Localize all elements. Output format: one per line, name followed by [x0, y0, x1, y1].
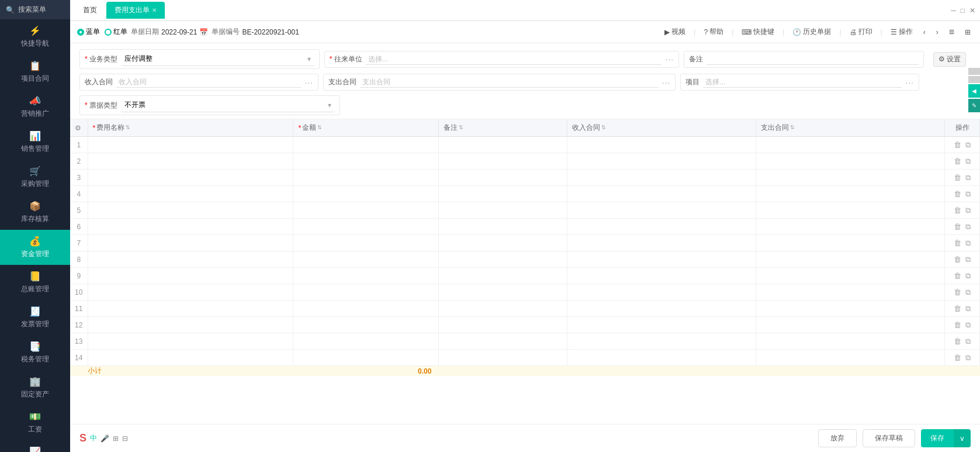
- calendar-icon[interactable]: 📅: [199, 28, 208, 36]
- save-main-button[interactable]: 保存: [921, 429, 954, 447]
- attach-btn[interactable]: 附件: [968, 68, 980, 75]
- row-copy-btn[interactable]: ⧉: [964, 188, 972, 199]
- row-remark[interactable]: [438, 251, 567, 268]
- row-expense-contract[interactable]: [756, 268, 944, 284]
- date-value[interactable]: 2022-09-21: [161, 28, 197, 36]
- row-expense-name[interactable]: [88, 219, 293, 235]
- row-remark[interactable]: [438, 186, 567, 202]
- row-expense-name[interactable]: [88, 333, 293, 350]
- row-amount[interactable]: [293, 219, 439, 235]
- row-remark[interactable]: [438, 350, 567, 366]
- income-contract-input[interactable]: [116, 77, 301, 88]
- row-income-contract[interactable]: [567, 284, 756, 301]
- tab-home[interactable]: 首页: [75, 2, 105, 19]
- row-expense-contract[interactable]: [756, 170, 944, 186]
- row-delete-btn[interactable]: 🗑: [953, 156, 962, 167]
- row-remark[interactable]: [438, 170, 567, 186]
- sidebar-item-quick-nav[interactable]: ⚡ 快捷导航: [0, 19, 70, 54]
- set-button[interactable]: ⚙ 设置: [933, 52, 966, 67]
- row-expense-name[interactable]: [88, 284, 293, 301]
- row-amount[interactable]: [293, 186, 439, 202]
- row-expense-name[interactable]: [88, 235, 293, 251]
- row-expense-name[interactable]: [88, 153, 293, 170]
- row-amount[interactable]: [293, 268, 439, 284]
- row-remark[interactable]: [438, 317, 567, 333]
- operation-btn[interactable]: ☰ 操作: [888, 26, 915, 38]
- business-type-select[interactable]: 应付调整 ▾: [121, 52, 314, 66]
- row-remark[interactable]: [438, 202, 567, 219]
- row-income-contract[interactable]: [567, 153, 756, 170]
- history-btn[interactable]: 🕐 历史单据: [790, 26, 833, 38]
- row-income-contract[interactable]: [567, 170, 756, 186]
- sidebar-item-marketing[interactable]: 📣 营销推广: [0, 89, 70, 125]
- row-amount[interactable]: [293, 170, 439, 186]
- remark-input[interactable]: [707, 54, 919, 65]
- row-expense-contract[interactable]: [756, 202, 944, 219]
- row-remark[interactable]: [438, 284, 567, 301]
- row-delete-btn[interactable]: 🗑: [953, 237, 962, 249]
- row-copy-btn[interactable]: ⧉: [964, 205, 972, 216]
- row-income-contract[interactable]: [567, 235, 756, 251]
- row-delete-btn[interactable]: 🗑: [953, 205, 962, 216]
- row-copy-btn[interactable]: ⧉: [964, 336, 972, 347]
- row-expense-name[interactable]: [88, 268, 293, 284]
- row-amount[interactable]: [293, 235, 439, 251]
- partner-input[interactable]: [366, 54, 662, 65]
- row-expense-contract[interactable]: [756, 333, 944, 350]
- row-delete-btn[interactable]: 🗑: [953, 254, 962, 265]
- nav-next-btn[interactable]: ›: [934, 27, 941, 37]
- sidebar-item-project-contract[interactable]: 📋 项目合同: [0, 54, 70, 89]
- row-remark[interactable]: [438, 235, 567, 251]
- partner-dots[interactable]: ···: [665, 54, 674, 64]
- save-draft-button[interactable]: 保存草稿: [863, 429, 915, 447]
- view-grid-btn[interactable]: ⊞: [962, 27, 973, 37]
- row-remark[interactable]: [438, 333, 567, 350]
- video-btn[interactable]: ▶ 视频: [662, 26, 688, 38]
- row-delete-btn[interactable]: 🗑: [953, 270, 962, 281]
- row-copy-btn[interactable]: ⧉: [964, 254, 972, 265]
- sort-arrows-remark[interactable]: ⇅: [459, 125, 463, 130]
- row-income-contract[interactable]: [567, 186, 756, 202]
- window-max-btn[interactable]: □: [961, 6, 965, 15]
- sidebar-item-operation[interactable]: 📈 经营管理: [0, 440, 70, 452]
- sort-arrows-income[interactable]: ⇅: [601, 125, 606, 130]
- row-remark[interactable]: [438, 301, 567, 317]
- sidebar-item-sales[interactable]: 📊 销售管理: [0, 125, 70, 160]
- row-amount[interactable]: [293, 350, 439, 366]
- sidebar-item-fixed-assets[interactable]: 🏢 固定资产: [0, 370, 70, 405]
- project-dots[interactable]: ···: [905, 78, 914, 87]
- sidebar-item-accounting[interactable]: 📒 总账管理: [0, 265, 70, 300]
- row-expense-name[interactable]: [88, 251, 293, 268]
- sort-arrows-expense-contract[interactable]: ⇅: [790, 125, 795, 130]
- sidebar-item-capital[interactable]: 💰 资金管理: [0, 230, 70, 265]
- sidebar-item-tax[interactable]: 📑 税务管理: [0, 335, 70, 370]
- row-remark[interactable]: [438, 137, 567, 153]
- expense-contract-input[interactable]: [360, 77, 659, 88]
- row-income-contract[interactable]: [567, 268, 756, 284]
- green-action-btn[interactable]: ◀: [968, 84, 980, 98]
- view-list-btn[interactable]: ≡: [947, 26, 957, 39]
- row-delete-btn[interactable]: 🗑: [953, 352, 962, 363]
- row-copy-btn[interactable]: ⧉: [964, 221, 972, 232]
- row-expense-contract[interactable]: [756, 317, 944, 333]
- tab-expense-close[interactable]: ✕: [152, 7, 157, 13]
- row-income-contract[interactable]: [567, 219, 756, 235]
- row-expense-contract[interactable]: [756, 186, 944, 202]
- row-expense-contract[interactable]: [756, 137, 944, 153]
- row-expense-name[interactable]: [88, 137, 293, 153]
- row-expense-name[interactable]: [88, 202, 293, 219]
- row-income-contract[interactable]: [567, 350, 756, 366]
- row-income-contract[interactable]: [567, 301, 756, 317]
- row-expense-name[interactable]: [88, 170, 293, 186]
- row-remark[interactable]: [438, 153, 567, 170]
- row-delete-btn[interactable]: 🗑: [953, 287, 962, 298]
- row-expense-contract[interactable]: [756, 301, 944, 317]
- row-remark[interactable]: [438, 268, 567, 284]
- row-delete-btn[interactable]: 🗑: [953, 319, 962, 330]
- radio-red[interactable]: 红单: [105, 27, 127, 37]
- sidebar-item-procurement[interactable]: 🛒 采购管理: [0, 160, 70, 195]
- row-delete-btn[interactable]: 🗑: [953, 221, 962, 232]
- tab-expense[interactable]: 费用支出单 ✕: [106, 2, 165, 19]
- row-remark[interactable]: [438, 219, 567, 235]
- row-copy-btn[interactable]: ⧉: [964, 270, 972, 281]
